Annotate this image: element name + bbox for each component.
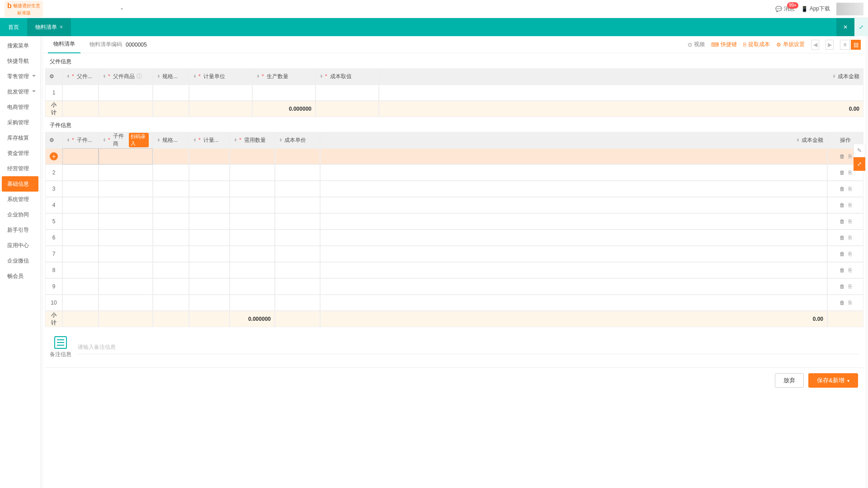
child-cell[interactable]	[320, 262, 827, 278]
sidebar-item-14[interactable]: 企业微信	[0, 253, 40, 268]
child-cell[interactable]	[275, 181, 320, 197]
delete-row-icon[interactable]: 🗑	[840, 283, 845, 290]
child-cell[interactable]	[230, 278, 275, 295]
delete-row-icon[interactable]: 🗑	[840, 202, 845, 208]
child-cell[interactable]	[62, 197, 99, 213]
parent-product-cell[interactable]	[99, 84, 153, 101]
child-cell[interactable]	[189, 181, 230, 197]
child-cell[interactable]	[62, 262, 99, 278]
copy-row-icon[interactable]: ⎘	[849, 186, 852, 192]
copy-row-icon[interactable]: ⎘	[849, 169, 852, 176]
child-cell[interactable]	[275, 262, 320, 278]
child-cell[interactable]	[99, 295, 153, 311]
delete-row-icon[interactable]: 🗑	[840, 186, 845, 192]
child-cell[interactable]	[320, 148, 827, 164]
child-cell[interactable]	[153, 164, 189, 181]
child-cell[interactable]	[275, 295, 320, 311]
parent-th-spec[interactable]: ▲▼规格...	[153, 68, 189, 84]
parent-th-cost-src[interactable]: ▲▼*成本取值	[316, 68, 379, 84]
child-row[interactable]: 2🗑⎘	[45, 164, 863, 181]
child-cell[interactable]	[153, 278, 189, 295]
copy-row-icon[interactable]: ⎘	[849, 300, 852, 306]
child-row[interactable]: +🗑⎘	[45, 148, 863, 164]
child-cell[interactable]	[99, 148, 153, 164]
child-cell[interactable]	[62, 148, 99, 164]
sidebar-item-5[interactable]: 采购管理	[0, 115, 40, 130]
parent-th-uom[interactable]: ▲▼*计量单位	[189, 68, 252, 84]
close-all-tabs-button[interactable]: ✕	[836, 18, 854, 36]
child-row[interactable]: 10🗑⎘	[45, 295, 863, 311]
add-row-button[interactable]: +	[50, 152, 58, 160]
child-cell[interactable]	[62, 164, 99, 181]
child-cell[interactable]	[275, 230, 320, 246]
delete-row-icon[interactable]: 🗑	[840, 267, 845, 273]
parent-qty-cell[interactable]	[252, 84, 316, 101]
child-cell[interactable]	[230, 230, 275, 246]
parent-uom-cell[interactable]	[189, 84, 252, 101]
sidebar-item-13[interactable]: 应用中心	[0, 238, 40, 253]
child-cell[interactable]	[275, 278, 320, 295]
child-cell[interactable]	[275, 164, 320, 181]
child-th-uom[interactable]: ▲▼*计量...	[189, 132, 230, 148]
child-cell[interactable]	[275, 213, 320, 230]
child-cell[interactable]	[153, 230, 189, 246]
parent-cost-src-cell[interactable]	[316, 84, 379, 101]
child-cell[interactable]	[62, 181, 99, 197]
child-cell[interactable]	[99, 246, 153, 262]
parent-th-code[interactable]: ▲▼*父件...	[62, 68, 99, 84]
child-cell[interactable]	[320, 278, 827, 295]
sidebar-item-3[interactable]: 批发管理	[0, 84, 40, 99]
child-row[interactable]: 9🗑⎘	[45, 278, 863, 295]
parent-spec-cell[interactable]	[153, 84, 189, 101]
child-cell[interactable]	[62, 278, 99, 295]
parent-th-qty[interactable]: ▲▼*生产数量	[252, 68, 316, 84]
sidebar-item-10[interactable]: 系统管理	[0, 192, 40, 207]
tab-bom[interactable]: 物料清单 ×	[27, 18, 71, 36]
delete-row-icon[interactable]: 🗑	[840, 235, 845, 241]
extract-cost-button[interactable]: ⎘提取成本	[743, 41, 770, 48]
child-cell[interactable]	[230, 164, 275, 181]
app-download-link[interactable]: 📱 App下载	[801, 5, 830, 13]
child-th-need-qty[interactable]: ▲▼*需用数量	[230, 132, 275, 148]
sidebar-item-8[interactable]: 经营管理	[0, 161, 40, 176]
prev-doc-button[interactable]: ◀	[811, 40, 819, 50]
child-cell[interactable]	[99, 197, 153, 213]
child-cell[interactable]	[275, 148, 320, 164]
child-cell[interactable]	[62, 230, 99, 246]
child-cell[interactable]	[153, 181, 189, 197]
child-cell[interactable]	[153, 246, 189, 262]
child-cell[interactable]	[230, 246, 275, 262]
child-cell[interactable]	[230, 181, 275, 197]
child-th-spec[interactable]: ▲▼规格...	[153, 132, 189, 148]
messages-link[interactable]: 💬 消息 99+	[775, 5, 795, 13]
child-cell[interactable]	[230, 295, 275, 311]
child-cell[interactable]	[230, 262, 275, 278]
close-tab-icon[interactable]: ×	[60, 24, 63, 30]
save-and-add-button[interactable]: 保存&新增▾	[808, 373, 858, 388]
child-row[interactable]: 5🗑⎘	[45, 213, 863, 230]
user-avatar[interactable]	[836, 3, 863, 15]
view-form-button[interactable]: ▤	[851, 40, 861, 50]
child-cell[interactable]	[275, 197, 320, 213]
child-cell[interactable]	[189, 164, 230, 181]
child-cell[interactable]	[99, 262, 153, 278]
rail-edit-button[interactable]: ✎	[854, 144, 865, 157]
sidebar-item-15[interactable]: 畅会员	[0, 268, 40, 284]
child-cell[interactable]	[189, 148, 230, 164]
child-cell[interactable]	[230, 148, 275, 164]
child-th-unit-cost[interactable]: ▲▼成本单价	[275, 132, 320, 148]
sidebar-item-7[interactable]: 资金管理	[0, 145, 40, 161]
parent-cost-amt-cell[interactable]	[379, 84, 863, 101]
child-cell[interactable]	[99, 230, 153, 246]
doc-tab-bom[interactable]: 物料清单	[48, 36, 80, 53]
child-cell[interactable]	[189, 230, 230, 246]
child-cell[interactable]	[62, 246, 99, 262]
child-cell[interactable]	[62, 295, 99, 311]
child-cell[interactable]	[320, 164, 827, 181]
parent-gear-header[interactable]: ⚙	[45, 68, 62, 84]
copy-row-icon[interactable]: ⎘	[849, 251, 852, 257]
company-selector[interactable]: ▾	[50, 3, 127, 15]
child-cell[interactable]	[153, 197, 189, 213]
child-cell[interactable]	[320, 197, 827, 213]
child-cell[interactable]	[189, 213, 230, 230]
